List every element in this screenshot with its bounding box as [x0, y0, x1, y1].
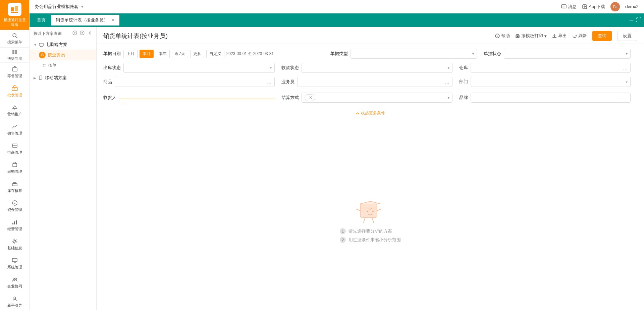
collapse-more-btn[interactable]: 收起更多条件	[103, 108, 637, 118]
date-btn-last-month[interactable]: 上月	[123, 50, 138, 58]
export-btn[interactable]: 导出	[552, 33, 567, 39]
schema-edit-btn[interactable]	[79, 30, 85, 37]
dept-control: ▾	[471, 77, 631, 87]
filter-area: 单据日期 上月 本月 本年 近7天 更多 自定义 2023-03-01 至 20…	[97, 44, 644, 123]
payment-status-select[interactable]: ▾	[302, 63, 453, 73]
tab-maximize-btn[interactable]: ⛶	[636, 17, 641, 23]
settings-btn[interactable]: 设置	[617, 31, 637, 41]
date-btn-this-year[interactable]: 本年	[156, 50, 170, 58]
schema-item-by-order[interactable]: 按单	[30, 60, 96, 70]
sidebar-item-ecommerce-label: 电商管理	[7, 150, 22, 155]
sidebar-item-finance-label: 资金管理	[7, 207, 22, 212]
schema-group-desktop-arrow: ▼	[34, 43, 37, 47]
svg-point-27	[13, 278, 14, 279]
sidebar-item-purchase[interactable]: 采购管理	[0, 158, 29, 177]
svg-rect-22	[16, 220, 17, 224]
schema-collapse-btn[interactable]	[87, 30, 92, 37]
sidebar-item-system-label: 系统管理	[7, 265, 22, 270]
sidebar-item-finance[interactable]: ¥ 资金管理	[0, 197, 29, 216]
user-avatar[interactable]: Ea	[610, 2, 620, 11]
tip-num-1: 1	[340, 228, 346, 234]
quick-nav-label: 快捷导航	[7, 56, 22, 61]
svg-rect-8	[15, 52, 17, 54]
out-status-select[interactable]: ▾	[123, 63, 275, 73]
sidebar-item-operation[interactable]: 经营管理	[0, 216, 29, 235]
brand-dots[interactable]: …	[623, 95, 628, 100]
schema-group-desktop-header[interactable]: ▼ 电脑端方案	[30, 40, 96, 50]
help-btn[interactable]: ? 帮助	[495, 33, 510, 39]
tab-minimize-btn[interactable]: ─	[630, 17, 633, 23]
tab-home-label: 首页	[37, 17, 46, 23]
receiver-input[interactable]	[119, 91, 275, 99]
warehouse-dots[interactable]: …	[623, 65, 628, 70]
out-status-label: 出库状态	[103, 65, 121, 71]
brand-select[interactable]: …	[471, 93, 631, 103]
sidebar-item-purchase-label: 采购管理	[7, 169, 22, 174]
svg-rect-2	[11, 12, 18, 13]
tabbar-right: ─ ⛶	[630, 17, 641, 23]
tab-report[interactable]: 销货单统计表（按业务员） ✕	[51, 15, 119, 25]
user-name[interactable]: demo2	[625, 4, 639, 9]
date-btn-custom[interactable]: 自定义	[206, 50, 224, 58]
dept-select[interactable]: ▾	[471, 77, 631, 87]
sidebar-item-enterprise[interactable]: 企业协同	[0, 273, 29, 292]
sidebar-quick-nav[interactable]: 快捷导航	[0, 48, 29, 63]
sidebar-item-basic[interactable]: 基础信息	[0, 235, 29, 254]
payment-method-label: 结算方式	[281, 95, 299, 101]
sidebar-item-inventory[interactable]: 库存核算	[0, 177, 29, 197]
filter-payment-status: 收款状态 ▾	[281, 63, 460, 73]
topbar: 办公用品行业模拟账套 ▾ 消息 App下载 Ea demo2	[30, 0, 644, 13]
topbar-left: 办公用品行业模拟账套 ▾	[35, 4, 83, 10]
tab-home[interactable]: 首页	[32, 15, 50, 25]
date-btn-more[interactable]: 更多	[190, 50, 204, 58]
date-btn-last-7-days[interactable]: 近7天	[172, 50, 188, 58]
sidebar-search[interactable]: 搜索菜单	[0, 30, 29, 48]
sidebar-item-ecommerce[interactable]: 电商管理	[0, 139, 29, 158]
print-dropdown-arrow[interactable]: ▾	[544, 34, 547, 39]
svg-rect-60	[360, 204, 377, 217]
topbar-dropdown-arrow[interactable]: ▾	[81, 4, 83, 9]
goods-select[interactable]: …	[115, 77, 275, 87]
app-download-btn[interactable]: App下载	[582, 4, 605, 10]
dept-label: 部门	[459, 79, 468, 85]
filter-receiver: 收货人 …	[103, 91, 281, 104]
payment-method-tag-close[interactable]: ✕	[309, 95, 312, 100]
sidebar-item-wholesale[interactable]: 批发管理	[0, 82, 29, 101]
payment-method-select[interactable]: ✕ ▾	[302, 93, 453, 103]
message-btn[interactable]: 消息	[561, 4, 577, 10]
refresh-btn[interactable]: 刷新	[572, 33, 587, 39]
doc-status-select[interactable]: ▾	[504, 49, 631, 59]
left-panel: 按以下方案查询 ▼ 电脑端方案	[30, 27, 97, 310]
date-btn-this-month[interactable]: 本月	[140, 50, 154, 58]
salesperson-dots[interactable]: …	[445, 79, 449, 85]
doc-status-arrow: ▾	[626, 52, 628, 56]
sidebar-item-retail[interactable]: 零售管理	[0, 63, 29, 82]
sidebar-item-sales[interactable]: 销售管理	[0, 120, 29, 139]
filter-date: 单据日期 上月 本月 本年 近7天 更多 自定义 2023-03-01 至 20…	[103, 50, 330, 58]
goods-label: 商品	[103, 79, 112, 85]
sidebar-item-marketing[interactable]: 营销推广	[0, 101, 29, 120]
receiver-dots[interactable]: …	[120, 99, 125, 104]
schema-group-mobile-header[interactable]: ▶ 移动端方案	[30, 73, 96, 83]
sidebar-item-newbie[interactable]: 新手引导	[0, 292, 29, 310]
app-download-label: App下载	[589, 4, 605, 10]
payment-method-arrow: ▾	[448, 96, 449, 100]
sidebar-item-system[interactable]: 系统管理	[0, 254, 29, 273]
warehouse-select[interactable]: …	[471, 63, 631, 73]
goods-dots[interactable]: …	[267, 79, 272, 85]
salesperson-select[interactable]: …	[297, 77, 453, 87]
svg-rect-9	[12, 68, 17, 71]
print-btn[interactable]: 按模板打印 ▾	[515, 33, 547, 39]
svg-point-28	[15, 278, 16, 279]
svg-rect-13	[12, 144, 17, 147]
doc-type-select[interactable]: ▾	[351, 49, 477, 59]
schema-item-by-salesperson[interactable]: 按业务员	[30, 50, 96, 60]
schema-add-btn[interactable]	[72, 30, 77, 37]
query-btn[interactable]: 查询	[592, 31, 612, 41]
collapse-label: 收起更多条件	[361, 110, 385, 116]
sidebar-item-enterprise-label: 企业协同	[7, 284, 22, 289]
tab-report-close[interactable]: ✕	[111, 18, 115, 22]
sidebar-logo[interactable]: 畅捷通好生意 标版	[0, 0, 29, 30]
svg-point-50	[43, 64, 44, 65]
svg-rect-24	[12, 258, 17, 262]
